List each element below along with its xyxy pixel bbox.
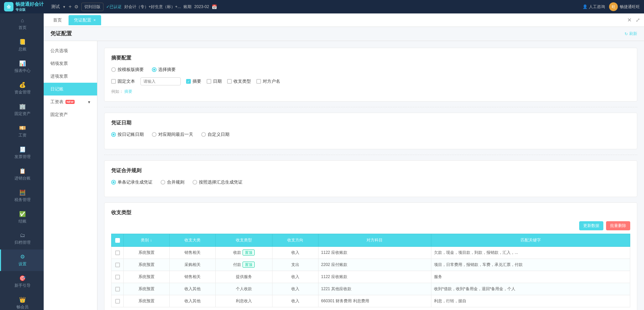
row-major-1: 采购相关 — [169, 259, 215, 271]
batch-delete-button[interactable]: 批量删除 — [606, 221, 630, 230]
page-title: 凭证配置 — [50, 30, 72, 37]
radio-select-summary[interactable]: 选择摘要 — [152, 67, 176, 73]
test-dropdown-icon[interactable]: ▼ — [62, 5, 66, 9]
row-keywords-0: 欠款，现金，项目款，到款，报销款，汇入，... — [431, 247, 630, 259]
radio-journal-date[interactable]: 按日记账日期 — [111, 131, 144, 138]
row-category-4: 系统预置 — [124, 295, 170, 307]
tab-home[interactable]: 首页 — [48, 15, 67, 25]
sidebar-item-closing[interactable]: ✅结账 — [0, 207, 44, 228]
sidebar-item-invoice[interactable]: 🧾发票管理 — [0, 142, 44, 164]
merge-radio-group: 单条记录生成凭证 合并规则 按照选择汇总生成凭证 — [111, 179, 630, 185]
user-menu[interactable]: 旺 畅捷通旺旺 — [609, 2, 640, 11]
calendar-icon[interactable]: 📅 — [212, 4, 217, 9]
checkbox-date[interactable]: 日期 — [207, 78, 222, 84]
sidebar-icon-settings: ⚙ — [20, 254, 25, 260]
summary-radio-group: 按模板版摘要 选择摘要 — [111, 67, 630, 73]
refresh-button[interactable]: ↻ 刷新 — [625, 31, 637, 37]
row-check-4[interactable] — [112, 295, 124, 307]
row-type-4: 利息收入 — [215, 295, 272, 307]
radio-journal-date-icon — [111, 132, 116, 137]
topbar: 会 畅捷通好会计 专业版 测试 ▼ + ⚙ 切到旧版 ✓已认证 好会计（专）+好… — [0, 0, 644, 13]
col-type: 收支类型 — [215, 234, 272, 247]
row-major-0: 销售相关 — [169, 247, 215, 259]
sidebar-label-fund: 资金管理 — [14, 89, 31, 95]
income-expense-table: ✓ 类别 ↓ 收支大类 收支类型 收支方向 对方科目 匹配关键字 — [111, 234, 630, 307]
radio-merge-rule[interactable]: 合并规则 — [161, 179, 184, 185]
sidebar-item-home[interactable]: ⌂首页 — [0, 13, 44, 35]
income-expense-section: 收支类型 更新数据 批量删除 ✓ 类别 ↓ 收支大类 — [104, 202, 637, 310]
sidebar: ⌂首页📒总账📊报表中心💰资金管理🏢固定资产💴工资🧾发票管理📋进销台账🧮税务管理✅… — [0, 13, 44, 310]
left-nav-purchase_inv[interactable]: 进项发票 — [44, 70, 97, 83]
sidebar-item-purchase[interactable]: 📋进销台账 — [0, 164, 44, 185]
sidebar-icon-report: 📊 — [19, 60, 26, 67]
app-edition: 专业版 — [15, 7, 44, 12]
col-check[interactable]: ✓ — [112, 234, 124, 247]
row-check-1[interactable] — [112, 259, 124, 271]
radio-select-total[interactable]: 按照选择汇总生成凭证 — [192, 179, 243, 185]
left-nav: 公共选项销项发票进项发票日记账工资表NEW▾固定资产 — [44, 41, 97, 310]
row-checkbox-2[interactable] — [115, 275, 120, 279]
tags-label: 好会计（专）+好生意（标）+... — [124, 4, 181, 10]
radio-merge-icon — [161, 180, 165, 185]
left-nav-public[interactable]: 公共选项 — [44, 44, 97, 57]
sidebar-icon-home: ⌂ — [21, 17, 24, 24]
date-section: 凭证日期 按日记账日期 对应期间最后一天 自定义日期 — [104, 113, 637, 149]
row-check-3[interactable] — [112, 283, 124, 295]
sidebar-item-archive[interactable]: 🗂归档管理 — [0, 228, 44, 249]
row-account-3: 1221 其他应收款 — [318, 283, 431, 295]
left-nav-fixed_asset[interactable]: 固定资产 — [44, 108, 97, 121]
radio-select-icon — [152, 67, 157, 72]
switch-version-button[interactable]: 切到旧版 — [81, 3, 103, 11]
fixed-text-input[interactable] — [140, 77, 181, 85]
update-data-button[interactable]: 更新数据 — [579, 221, 603, 230]
content-area: 首页 凭证配置 × ✕ ⤢ 凭证配置 ↻ 刷新 公共选项销项发票进项发票日记账工… — [44, 13, 644, 310]
checkbox-counterpart[interactable]: 对方户名 — [256, 78, 280, 84]
sidebar-item-asset[interactable]: 🏢固定资产 — [0, 99, 44, 121]
select-all-checkbox[interactable]: ✓ — [115, 238, 120, 243]
row-checkbox-1[interactable] — [115, 263, 120, 267]
sidebar-item-guide[interactable]: 🎯新手引导 — [0, 271, 44, 293]
tab-voucher-config[interactable]: 凭证配置 × — [69, 15, 101, 25]
row-check-2[interactable] — [112, 271, 124, 283]
radio-custom-date[interactable]: 自定义日期 — [201, 131, 229, 138]
tab-bar-expand-icon[interactable]: ⤢ — [636, 17, 640, 23]
tab-bar-close-icon[interactable]: ✕ — [627, 17, 632, 23]
table-row: 系统预置 收入其他 利息收入 收入 660301 财务费用 利息费用 利息，行转… — [112, 295, 630, 307]
sidebar-item-settings[interactable]: ⚙设置 — [0, 249, 44, 271]
sidebar-icon-guide: 🎯 — [19, 275, 26, 281]
checkbox-fixed-text[interactable]: 固定文本 — [111, 78, 135, 84]
radio-period-last[interactable]: 对应期间最后一天 — [152, 131, 193, 138]
sidebar-item-member[interactable]: 👑畅会员 — [0, 293, 44, 310]
inner-layout: 公共选项销项发票进项发票日记账工资表NEW▾固定资产 摘要配置 按模板版摘要 选… — [44, 41, 644, 310]
tab-close-icon[interactable]: × — [93, 18, 96, 23]
checkbox-pay-type[interactable]: 收支类型 — [227, 78, 251, 84]
radio-template-icon — [111, 67, 116, 72]
sidebar-label-asset: 固定资产 — [14, 111, 31, 117]
left-nav-payroll[interactable]: 工资表NEW▾ — [44, 95, 97, 108]
radio-template-summary[interactable]: 按模板版摘要 — [111, 67, 144, 73]
row-checkbox-4[interactable] — [115, 299, 120, 304]
row-check-0[interactable] — [112, 247, 124, 259]
sidebar-item-tax[interactable]: 🧮税务管理 — [0, 185, 44, 207]
main-content: 摘要配置 按模板版摘要 选择摘要 — [97, 41, 644, 310]
payroll-expand-icon[interactable]: ▾ — [88, 100, 90, 105]
sidebar-item-ledger[interactable]: 📒总账 — [0, 35, 44, 56]
gear-icon[interactable]: ⚙ — [74, 4, 79, 9]
row-type-3: 个人收款 — [215, 283, 272, 295]
sidebar-item-report[interactable]: 📊报表中心 — [0, 56, 44, 78]
checkbox-summary[interactable]: ✓ 摘要 — [186, 78, 201, 84]
sidebar-item-salary[interactable]: 💴工资 — [0, 121, 44, 142]
add-icon[interactable]: + — [69, 4, 72, 10]
row-account-4: 660301 财务费用 利息费用 — [318, 295, 431, 307]
summary-example: 例如： 摘要 — [111, 89, 630, 94]
service-button[interactable]: 👤 人工咨询 — [583, 4, 605, 10]
summary-section: 摘要配置 按模板版摘要 选择摘要 — [104, 48, 637, 102]
left-nav-sales[interactable]: 销项发票 — [44, 57, 97, 70]
row-checkbox-0[interactable] — [115, 250, 120, 255]
sidebar-item-fund[interactable]: 💰资金管理 — [0, 78, 44, 99]
row-checkbox-3[interactable] — [115, 287, 120, 292]
radio-single-record[interactable]: 单条记录生成凭证 — [111, 179, 153, 185]
summary-checkbox-row: 固定文本 ✓ 摘要 日期 收支类型 — [111, 77, 630, 85]
left-nav-journal[interactable]: 日记账 — [44, 83, 97, 95]
row-account-2: 1122 应收账款 — [318, 271, 431, 283]
